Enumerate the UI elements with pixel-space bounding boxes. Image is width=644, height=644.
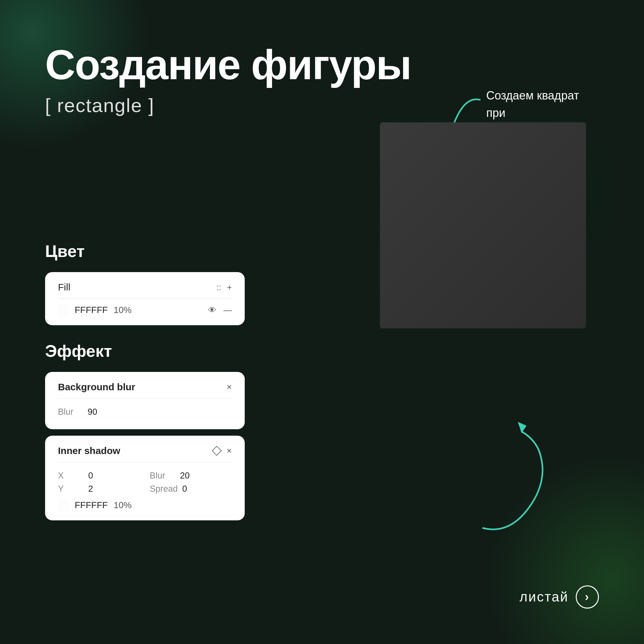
fill-color-row: FFFFFF 10% 👁 — (58, 305, 232, 316)
inner-shadow-panel: Inner shadow × X 0 Blur 20 Y (45, 436, 245, 520)
rect-shape (380, 122, 586, 328)
color-section-label: Цвет (45, 241, 245, 261)
blur-label: Blur (58, 407, 84, 417)
fill-opacity-value: 10% (114, 305, 132, 315)
spread-row: Spread 0 (150, 484, 232, 494)
inner-shadow-color-hex: FFFFFF (75, 500, 108, 510)
inner-shadow-color-swatch[interactable] (58, 500, 69, 511)
background-blur-panel: Background blur × Blur 90 (45, 372, 245, 429)
svg-marker-1 (518, 422, 526, 433)
fill-panel: Fill :: + FFFFFF 10% 👁 — (45, 272, 245, 325)
eye-icon[interactable]: 👁 (208, 305, 216, 315)
x-row: X 0 (58, 471, 140, 481)
fill-header-icons: :: + (216, 282, 232, 292)
rectangle-area (367, 97, 599, 328)
minus-icon[interactable]: — (223, 305, 232, 315)
inner-shadow-action-icons: × (213, 446, 232, 455)
fill-panel-header: Fill :: + (58, 282, 232, 299)
next-button[interactable]: листай › (519, 585, 599, 609)
x-value: 0 (88, 471, 93, 481)
spread-label: Spread (150, 484, 178, 494)
left-column: Цвет Fill :: + FFFFFF 10% 👁 — Эффект (45, 241, 245, 527)
chevron-right-icon: › (585, 590, 590, 604)
inner-shadow-grid: X 0 Blur 20 Y 2 Spread 0 (58, 468, 232, 494)
spread-value: 0 (182, 484, 187, 494)
bg-blur-close[interactable]: × (227, 383, 232, 392)
blur-label-inner: Blur (150, 471, 175, 481)
color-hex-value: FFFFFF (75, 305, 108, 315)
y-value: 2 (88, 484, 93, 494)
blur-row: Blur 90 (58, 404, 232, 420)
arrow-bottom (457, 412, 580, 535)
inner-shadow-title: Inner shadow (58, 445, 120, 456)
inner-shadow-close[interactable]: × (227, 446, 232, 455)
color-swatch[interactable] (58, 305, 69, 316)
inner-shadow-opacity: 10% (114, 500, 132, 510)
inner-shadow-color-row: FFFFFF 10% (58, 500, 232, 511)
add-fill-icon[interactable]: + (227, 282, 232, 292)
grid-icon[interactable]: :: (216, 282, 221, 292)
page-title: Создание фигуры (45, 42, 599, 88)
blur-value: 90 (88, 407, 97, 417)
diamond-icon[interactable] (212, 446, 222, 456)
x-label: X (58, 471, 84, 481)
fill-action-icons: 👁 — (208, 305, 232, 315)
bg-blur-title: Background blur (58, 382, 135, 393)
next-circle-icon: › (576, 585, 599, 609)
next-label: листай (519, 589, 569, 605)
y-label: Y (58, 484, 84, 494)
fill-label: Fill (58, 282, 70, 293)
effect-section-label: Эффект (45, 341, 245, 361)
blur-value-inner: 20 (180, 471, 190, 481)
inner-shadow-header: Inner shadow × (58, 445, 232, 462)
y-row: Y 2 (58, 484, 140, 494)
bg-blur-header: Background blur × (58, 382, 232, 399)
page-container: Создание фигуры [ rectangle ] Создаем кв… (0, 0, 644, 644)
blur-row-inner: Blur 20 (150, 471, 232, 481)
